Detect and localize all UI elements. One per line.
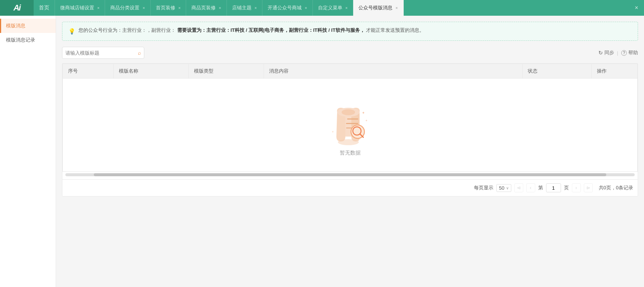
notice-text: 您的公众号行业为：主营行业：，副营行业： 需要设置为：主营行业：IT科技 / 互… — [78, 27, 424, 34]
col-content: 消息内容 — [264, 64, 523, 79]
tab-label: 开通公众号商城 — [268, 4, 302, 11]
tab-label: 公众号模版消息 — [358, 4, 392, 11]
search-input[interactable] — [65, 50, 138, 56]
scrollbar-thumb[interactable] — [94, 173, 606, 176]
notice-box: 💡 您的公众号行业为：主营行业：，副营行业： 需要设置为：主营行业：IT科技 /… — [62, 22, 638, 41]
total-label: 共0页，0条记录 — [599, 184, 633, 191]
sidebar: 模版消息模版消息记录 — [0, 16, 56, 287]
sidebar-item-template-msg[interactable]: 模版消息 — [0, 19, 56, 33]
empty-illustration: ✦ ✦ ✦ — [326, 101, 375, 150]
sidebar-item-template-msg-record[interactable]: 模版消息记录 — [0, 33, 56, 47]
svg-text:✦: ✦ — [362, 111, 365, 115]
tab-category[interactable]: 商品分类设置× — [105, 0, 150, 16]
page-size-select[interactable]: 50 ∨ — [496, 184, 511, 192]
scrollbar-area — [62, 173, 638, 176]
notice-text-highlight: 需要设置为：主营行业：IT科技 / 互联网|电子商务，副营行业：IT科技 / I… — [177, 27, 365, 33]
divider: | — [617, 50, 618, 56]
main-layout: 模版消息模版消息记录 💡 您的公众号行业为：主营行业：，副营行业： 需要设置为：… — [0, 16, 644, 287]
tab-weshop[interactable]: 微商城店铺设置× — [55, 0, 105, 16]
toolbar-right: ↻ 同步 | ? 帮助 — [598, 49, 638, 56]
svg-text:✦: ✦ — [365, 119, 368, 122]
col-actions: 操作 — [591, 64, 637, 79]
top-nav: Ai 首页微商城店铺设置×商品分类设置×首页装修×商品页装修×店铺主题×开通公众… — [0, 0, 644, 16]
tab-close-button[interactable]: × — [305, 6, 307, 10]
tab-label: 首页装修 — [156, 4, 175, 11]
empty-state: ✦ ✦ ✦ 暂无数据 — [63, 79, 637, 171]
table-body: ✦ ✦ ✦ 暂无数据 — [63, 79, 638, 172]
help-label: 帮助 — [628, 49, 638, 56]
notice-text-after: 才能正常发送预置的消息。 — [366, 27, 424, 33]
nav-close-button[interactable]: × — [629, 0, 644, 16]
table-header: 序号模版名称模版类型消息内容状态操作 — [63, 64, 638, 79]
tab-close-button[interactable]: × — [255, 6, 257, 10]
search-icon[interactable]: ⌕ — [138, 50, 141, 56]
logo-text: Ai — [13, 3, 20, 13]
tab-home[interactable]: 首页 — [34, 0, 55, 16]
tab-close-button[interactable]: × — [97, 6, 99, 10]
table-header-row: 序号模版名称模版类型消息内容状态操作 — [63, 64, 638, 79]
search-bar: ⌕ ↻ 同步 | ? 帮助 — [62, 47, 638, 59]
empty-state-row: ✦ ✦ ✦ 暂无数据 — [63, 79, 638, 172]
sync-label: 同步 — [604, 49, 614, 56]
col-name: 模版名称 — [114, 64, 189, 79]
tab-label: 商品页装修 — [191, 4, 216, 11]
col-status: 状态 — [523, 64, 592, 79]
chevron-down-icon: ∨ — [506, 186, 509, 190]
tab-templatemsg[interactable]: 公众号模版消息× — [353, 0, 403, 16]
next-page-button[interactable]: › — [572, 183, 581, 192]
tab-close-button[interactable]: × — [178, 6, 181, 10]
tab-label: 微商城店铺设置 — [60, 4, 94, 11]
page-di-label: 第 — [538, 184, 543, 191]
empty-state-cell: ✦ ✦ ✦ 暂无数据 — [63, 79, 638, 172]
search-input-wrap[interactable]: ⌕ — [62, 47, 144, 59]
tab-close-button[interactable]: × — [345, 6, 348, 10]
page-label: 页 — [564, 184, 569, 191]
tab-close-button[interactable]: × — [219, 6, 221, 10]
tab-shoptheme[interactable]: 店铺主题× — [227, 0, 262, 16]
tab-label: 店铺主题 — [232, 4, 252, 11]
tab-homepage[interactable]: 首页装修× — [151, 0, 186, 16]
pagination-bar: 每页显示 50 ∨ ⊲ ‹ 第 页 › ⊳ 共0页，0条记录 — [62, 179, 638, 196]
sync-icon: ↻ — [598, 50, 603, 56]
tab-label: 商品分类设置 — [110, 4, 139, 11]
first-page-button[interactable]: ⊲ — [514, 183, 523, 192]
tab-close-button[interactable]: × — [395, 6, 398, 10]
tab-list: 首页微商城店铺设置×商品分类设置×首页装修×商品页装修×店铺主题×开通公众号商城… — [34, 0, 629, 16]
page-size-value: 50 — [499, 185, 504, 191]
col-index: 序号 — [63, 64, 114, 79]
prev-page-button[interactable]: ‹ — [526, 183, 535, 192]
scrollbar-track[interactable] — [65, 173, 635, 176]
tab-close-button[interactable]: × — [142, 6, 145, 10]
tab-label: 自定义菜单 — [318, 4, 342, 11]
data-table: 序号模版名称模版类型消息内容状态操作 — [62, 64, 638, 172]
table-wrapper: 序号模版名称模版类型消息内容状态操作 — [62, 63, 638, 196]
tab-openstore[interactable]: 开通公众号商城× — [262, 0, 312, 16]
tab-productpage[interactable]: 商品页装修× — [186, 0, 227, 16]
help-icon: ? — [621, 50, 627, 56]
notice-text-before: 您的公众号行业为：主营行业：，副营行业： — [78, 27, 176, 33]
sync-button[interactable]: ↻ 同步 — [598, 49, 614, 56]
app-logo: Ai — [0, 0, 34, 16]
last-page-button[interactable]: ⊳ — [584, 183, 593, 192]
svg-point-2 — [342, 109, 355, 115]
page-number-input[interactable] — [546, 183, 561, 192]
page-size-label: 每页显示 — [474, 184, 493, 191]
help-button[interactable]: ? 帮助 — [621, 49, 638, 56]
col-type: 模版类型 — [189, 64, 264, 79]
notice-icon: 💡 — [68, 27, 76, 36]
tab-custommenu[interactable]: 自定义菜单× — [313, 0, 353, 16]
empty-text: 暂无数据 — [340, 150, 361, 156]
svg-text:✦: ✦ — [332, 130, 334, 134]
tab-label: 首页 — [39, 4, 49, 11]
content-area: 💡 您的公众号行业为：主营行业：，副营行业： 需要设置为：主营行业：IT科技 /… — [56, 16, 644, 287]
